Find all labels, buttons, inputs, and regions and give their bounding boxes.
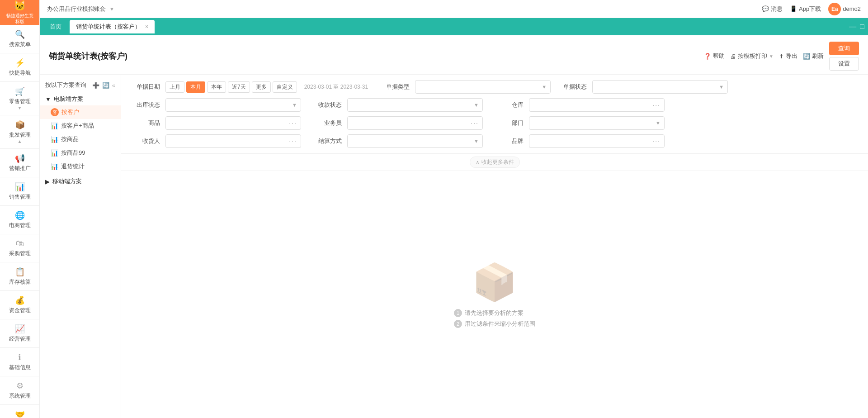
sidebar-label-retail: 零售管理: [9, 98, 31, 105]
tree-item-by-goods[interactable]: 📊 按商品: [40, 133, 121, 146]
date-btn-this-year[interactable]: 本年: [207, 81, 226, 93]
tab-close-button[interactable]: ×: [145, 24, 148, 30]
collapse-button[interactable]: ∧ 收起更多条件: [470, 157, 520, 168]
date-btn-last-7-days[interactable]: 近7天: [228, 81, 250, 93]
tree-item-by-goods99[interactable]: 📊 按商品99: [40, 146, 121, 160]
export-label: 导出: [786, 52, 797, 60]
settlement-label: 结算方式: [310, 137, 342, 145]
warehouse-label: 仓库: [492, 101, 524, 109]
sidebar-item-finance[interactable]: 💰 资金管理: [0, 291, 39, 319]
tab-minimize-button[interactable]: —: [849, 23, 856, 31]
receiver-label: 收货人: [128, 137, 160, 145]
settlement-input[interactable]: ▼: [347, 134, 483, 148]
tab-sales-stat[interactable]: 销货单统计表（按客户） ×: [70, 20, 155, 33]
brand-input[interactable]: ···: [529, 134, 665, 148]
dept-input[interactable]: ▼: [529, 116, 665, 130]
tree-item-by-customer-goods[interactable]: 📊 按客户+商品: [40, 119, 121, 133]
print-arrow[interactable]: ▼: [769, 54, 774, 59]
type-filter-input[interactable]: ▼: [415, 80, 551, 94]
app-subtitle: 标版: [15, 19, 24, 25]
sidebar-item-search[interactable]: 🔍 搜索菜单: [0, 25, 39, 53]
add-scheme-button[interactable]: ➕: [92, 82, 99, 89]
sidebar-label-inventory: 库存核算: [9, 278, 31, 286]
receiver-dots: ···: [289, 138, 297, 145]
main-area: 办公用品行业模拟账套 ▼ 💬 消息 📱 App下载 Ea demo2 首页: [40, 0, 868, 418]
refresh-icon: 🔄: [803, 53, 810, 60]
empty-tip-1: 1 请先选择要分析的方案: [454, 309, 535, 317]
export-icon: ⬆: [779, 53, 784, 60]
message-button[interactable]: 💬 消息: [762, 5, 783, 13]
date-btn-last-month[interactable]: 上月: [165, 81, 184, 93]
empty-illustration: 📦: [472, 261, 517, 304]
employee-label: 业务员: [310, 119, 342, 127]
filter-row-goods: 商品 ··· 业务员 ··· 部门 ▼: [128, 116, 861, 130]
inventory-icon: 📋: [15, 267, 25, 277]
tab-home[interactable]: 首页: [43, 20, 68, 33]
app-selector[interactable]: 办公用品行业模拟账套: [47, 5, 106, 13]
sidebar-item-ecommerce[interactable]: 🌐 电商管理: [0, 206, 39, 234]
filter-area: 单据日期 上月 本月 本年 近7天 更多 自定义 2023-03-01 至 20…: [121, 75, 868, 154]
print-label: 按模板打印: [738, 52, 767, 60]
sidebar-item-enterprise[interactable]: 🤝 企业协同: [0, 405, 39, 418]
wholesale-icon: 📦: [15, 120, 25, 130]
tree-group-mobile: ▶ 移动端方案: [40, 174, 121, 189]
marketing-icon: 📢: [15, 153, 25, 163]
tree-item-by-customer[interactable]: 客 按客户: [40, 105, 121, 119]
tree-group-desktop-header[interactable]: ▼ 电脑端方案: [40, 93, 121, 105]
dept-arrow: ▼: [656, 120, 660, 126]
out-stock-input[interactable]: ▼: [165, 98, 301, 112]
settings-button[interactable]: 设置: [829, 57, 859, 71]
sidebar-item-quick-nav[interactable]: ⚡ 快捷导航: [0, 53, 39, 82]
sidebar-label-finance: 资金管理: [9, 307, 31, 314]
date-btn-more[interactable]: 更多: [252, 81, 271, 93]
print-button[interactable]: 🖨 按模板打印 ▼: [730, 52, 774, 60]
receive-input[interactable]: ▼: [347, 98, 483, 112]
help-button[interactable]: ❓ 帮助: [704, 52, 725, 60]
sidebar-item-business[interactable]: 📈 经营管理: [0, 319, 39, 348]
sidebar-item-sales[interactable]: 📊 销售管理: [0, 177, 39, 206]
chart-icon-3: 📊: [51, 149, 58, 157]
sidebar-item-system[interactable]: ⚙ 系统管理: [0, 376, 39, 405]
refresh-scheme-button[interactable]: 🔄: [102, 82, 109, 89]
sidebar-item-marketing[interactable]: 📢 营销推广: [0, 149, 39, 177]
sidebar-label-system: 系统管理: [9, 392, 31, 400]
username-label: demo2: [843, 5, 861, 12]
finance-icon: 💰: [15, 295, 25, 305]
tree-item-by-customer-goods-label: 按客户+商品: [61, 122, 94, 130]
date-btn-custom[interactable]: 自定义: [273, 81, 297, 93]
sidebar-item-retail[interactable]: 🛒 零售管理 ▼: [0, 82, 39, 115]
page-header: 销货单统计表(按客户) ❓ 帮助 🖨 按模板打印 ▼ ⬆ 导出 🔄 刷新: [40, 35, 868, 75]
ecommerce-icon: 🌐: [15, 210, 25, 220]
collapse-panel-button[interactable]: «: [112, 82, 115, 89]
receiver-input[interactable]: ···: [165, 134, 301, 148]
user-profile[interactable]: Ea demo2: [828, 3, 861, 15]
chart-icon-4: 📊: [51, 163, 58, 170]
collapse-bar: ∧ 收起更多条件: [121, 154, 868, 171]
sales-icon: 📊: [15, 182, 25, 192]
sidebar-label-marketing: 营销推广: [9, 165, 31, 172]
sidebar-item-basic[interactable]: ℹ 基础信息: [0, 348, 39, 376]
app-logo[interactable]: 🐱 畅捷通好生意 标版: [0, 0, 40, 25]
top-header: 办公用品行业模拟账套 ▼ 💬 消息 📱 App下载 Ea demo2: [40, 0, 868, 18]
date-btn-this-month[interactable]: 本月: [186, 81, 205, 93]
tab-expand-actions: — □: [849, 23, 864, 31]
receive-arrow: ▼: [474, 102, 479, 108]
refresh-button[interactable]: 🔄 刷新: [803, 52, 824, 60]
tree-group-mobile-header[interactable]: ▶ 移动端方案: [40, 175, 121, 188]
purchase-icon: 🛍: [16, 239, 24, 248]
receive-label: 收款状态: [310, 101, 342, 109]
tree-item-return-stats[interactable]: 📊 退货统计: [40, 160, 121, 173]
tab-maximize-button[interactable]: □: [860, 23, 864, 31]
goods-input[interactable]: ···: [165, 116, 301, 130]
query-button[interactable]: 查询: [829, 42, 859, 55]
export-button[interactable]: ⬆ 导出: [779, 52, 797, 60]
app-download-button[interactable]: 📱 App下载: [790, 5, 821, 13]
employee-input[interactable]: ···: [347, 116, 483, 130]
status-filter-input[interactable]: ▼: [592, 80, 728, 94]
sidebar-item-inventory[interactable]: 📋 库存核算: [0, 262, 39, 291]
tab-home-label: 首页: [50, 23, 61, 31]
warehouse-input[interactable]: ···: [529, 98, 665, 112]
sidebar-item-purchase[interactable]: 🛍 采购管理: [0, 234, 39, 262]
app-selector-arrow[interactable]: ▼: [109, 6, 114, 12]
sidebar-item-wholesale[interactable]: 📦 批发管理 ▲: [0, 115, 39, 149]
